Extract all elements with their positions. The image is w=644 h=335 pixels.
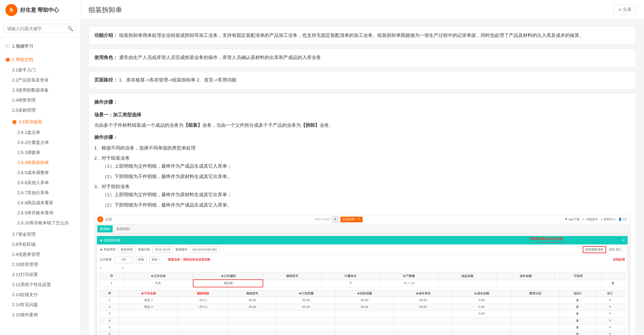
search-box: 🔍 xyxy=(4,24,76,33)
mock-arrow-1 xyxy=(536,242,563,242)
sidebar-item-payment[interactable]: 2.13在线支付 xyxy=(0,290,80,300)
app-name: 好生意 帮助中心 xyxy=(20,7,59,14)
sidebar-item-faq[interactable]: 2.14常见问题 xyxy=(0,300,80,310)
search-icon[interactable]: 🔍 xyxy=(67,26,73,31)
top-bar: 组装拆卸单 ↗ 分享 xyxy=(80,0,644,20)
mock-nav: 数据树 组装拆卸 xyxy=(95,224,630,234)
logo-icon: 6 xyxy=(5,4,17,16)
nav-section-docs: − 2.帮助文档 2.1新手入门 2.2产品安装及登录 2.3使用前数据准备 2… xyxy=(0,53,80,321)
mock-lower-table: 序 ★子件名称 规格明细 规格型号 ★计划用量 ★实际用量 ★成本单价 ★成本金… xyxy=(100,290,625,335)
ops-title: 操作步骤： xyxy=(94,98,630,106)
scenario1-title: 场景一：加工类型选择 xyxy=(94,111,630,119)
sidebar-item-newbie[interactable]: 2.1新手入门 xyxy=(0,65,80,75)
share-icon: ↗ xyxy=(618,7,622,12)
sidebar-item-other-out[interactable]: 2.6.7其他出库单 xyxy=(0,188,80,198)
path-label: 页面路径： 1、库存核算->库存管理->组装拆卸单 2、首页->常用功能 xyxy=(94,77,236,82)
nav-section-inventory: − 2.6库存核算 2.6.1盘点单 2.6.2分量盘点单 2.6.3调拨单 2… xyxy=(0,115,80,229)
sidebar-item-partial-stocktake[interactable]: 2.6.2分量盘点单 xyxy=(0,137,80,148)
role-block: 使用角色： 通常由生产人员或库管人员完成拆装业务的操作，库管人员确认原材料的出库… xyxy=(89,49,636,67)
mock-upper-table: 序 ★父件名称 ★父件编码 规格型号 计量单位 生产数量 成品金额 成本金额 可 xyxy=(100,273,625,287)
search-input[interactable] xyxy=(7,26,67,31)
sidebar-item-inventory[interactable]: − 2.6库存核算 xyxy=(0,117,80,127)
sidebar-item-transfer[interactable]: 2.6.3调拨单 xyxy=(0,148,80,158)
mock-logo: 6 xyxy=(97,216,103,222)
sidebar-item-cases[interactable]: 2.15操作案例 xyxy=(0,310,80,320)
sidebar-item-assembly[interactable]: 2.6.4组装拆卸单 xyxy=(0,158,80,168)
sidebar-item-sales[interactable]: 2.4销售管理 xyxy=(0,95,80,105)
search-area: 🔍 xyxy=(0,20,80,37)
step3-subs: （1）上部明细为父件明细，最终作为原材料生成其它出库单； （2）下部明细为子件明… xyxy=(94,191,630,209)
steps-list: 1、根据不同的业务，选择不同单据的类型来处理 2、对于组装业务 （1）上部明细为… xyxy=(94,144,630,209)
sidebar-item-customize[interactable]: 2.12系统个性化设置 xyxy=(0,280,80,290)
screenshot-container: 6 自营 TEST-H002 ▼ 同票新增一下 ⚑ App下载 ☆ 功能助手 ⊙… xyxy=(94,215,630,335)
sidebar-item-purchase[interactable]: 2.5采购管理 xyxy=(0,105,80,115)
content-area: 功能介绍： 组装拆卸单用来处理企业组装或拆卸等加工业务，支持有固定装配清单的产品… xyxy=(80,20,644,335)
logo-area: 6 好生意 帮助中心 xyxy=(0,0,80,20)
step3: 3、对于拆卸业务 （1）上部明细为父件明细，最终作为原材料生成其它出库单； （2… xyxy=(94,183,630,209)
nav-list: + 1.视频学习 − 2.帮助文档 2.1新手入门 2.2产品安装及登录 2.3… xyxy=(0,37,80,335)
sidebar-item-stocktake[interactable]: 2.6.1盘点单 xyxy=(0,127,80,137)
sidebar-item-finance[interactable]: 2.7资金管理 xyxy=(0,229,80,239)
minus-icon-inventory: − xyxy=(12,120,17,124)
sidebar-item-cost-adjust[interactable]: 2.6.5成本调整单 xyxy=(0,168,80,178)
mock-arrows-row: ↙ ↘ xyxy=(97,265,628,271)
step2: 2、对于组装业务 （1）上部明细为父件明细，最终作为产成品生成其它入库单； （2… xyxy=(94,154,630,181)
step2-sub2: （2）下部明细为子件明细，最终作为原材料生成其它出库单。 xyxy=(102,173,630,181)
scenario1-desc: 当由多个子件材料组装成一个成品的业务为【组装】业务，当由一个父件拆分成多个子产品… xyxy=(94,121,630,129)
sidebar-item-docs[interactable]: − 2.帮助文档 xyxy=(0,54,80,65)
sidebar-item-coupon[interactable]: 2.9优惠券管理 xyxy=(0,249,80,260)
sidebar-item-install[interactable]: 2.2产品安装及登录 xyxy=(0,75,80,85)
sidebar-item-videos[interactable]: + 1.视频学习 xyxy=(0,41,80,52)
func-intro-block: 功能介绍： 组装拆卸单用来处理企业组装或拆卸等加工业务，支持有固定装配清单的产品… xyxy=(89,26,636,45)
mock-annotation-2: 组装业务、拆卸业务在这里切换 xyxy=(168,257,210,262)
page-title: 组装拆卸单 xyxy=(89,5,122,14)
mock-upper-table-area: 序 ★父件名称 ★父件编码 规格型号 计量单位 生产数量 成品金额 成本金额 可 xyxy=(97,271,628,289)
step2-sub1: （1）上部明细为父件明细，最终作为产成品生成其它入库单； xyxy=(102,162,630,170)
ops-steps-title: 操作步骤： xyxy=(94,134,630,142)
ops-block: 操作步骤： 场景一：加工类型选择 当由多个子件材料组装成一个成品的业务为【组装】… xyxy=(89,93,636,335)
step2-subs: （1）上部明细为父件明细，最终作为产成品生成其它入库单； （2）下部明细为子件明… xyxy=(94,162,630,181)
mock-form-fields: ★ 单据类型 组装拆卸 单据日期 2019-12-26 集团编号 AD-2019… xyxy=(97,244,628,255)
mock-annotation-1: 有装配清单的在这里处理 xyxy=(530,236,563,241)
sidebar-item-ledger-fix[interactable]: 2.6.10库存账本错了怎么办 xyxy=(0,218,80,228)
path-block: 页面路径： 1、库存核算->库存管理->组装拆卸单 2、首页->常用功能 xyxy=(89,71,636,89)
mock-titlebar: 6 自营 TEST-H002 ▼ 同票新增一下 ⚑ App下载 ☆ 功能助手 ⊙… xyxy=(95,215,630,224)
mock-lower-table-area: 序 ★子件名称 规格明细 规格型号 ★计划用量 ★实际用量 ★成本单价 ★成本金… xyxy=(97,289,628,335)
mock-toggle-row: 父件数量 1件 组装 拆卸 组装业务、拆卸业务在这里切换 启用处理 xyxy=(97,255,628,265)
mock-content: 有装配清单的在这里处理 ★ 组装拆卸单 ✕ ★ 单据类型 组装拆卸 xyxy=(95,234,630,335)
role-label: 使用角色： 通常由生产人员或库管人员完成拆装业务的操作，库管人员确认原材料的出库… xyxy=(94,55,321,60)
plus-icon: + xyxy=(5,44,10,49)
sidebar: 6 好生意 帮助中心 🔍 + 1.视频学习 − 2.帮助文档 2.1新手入门 2… xyxy=(0,0,80,335)
sidebar-item-stock-ledger[interactable]: 2.6.9库存账本查询 xyxy=(0,208,80,218)
step1: 1、根据不同的业务，选择不同单据的类型来处理 xyxy=(94,144,630,152)
main-content: 组装拆卸单 ↗ 分享 功能介绍： 组装拆卸单用来处理企业组装或拆卸等加工业务，支… xyxy=(80,0,644,335)
func-intro-label: 功能介绍： 组装拆卸单用来处理企业组装或拆卸等加工业务，支持有固定装配清单的产品… xyxy=(94,33,584,38)
share-button[interactable]: ↗ 分享 xyxy=(613,5,636,15)
step3-sub2: （2）下部明细为子件明细，最终作为产成品生成其它入库单。 xyxy=(102,201,630,209)
nav-section-videos: + 1.视频学习 xyxy=(0,40,80,53)
sidebar-item-mobile[interactable]: 2.8手机旺铺 xyxy=(0,239,80,249)
minus-icon: − xyxy=(5,57,10,62)
sidebar-item-management[interactable]: 2.10经营管理 xyxy=(0,260,80,270)
mock-annotation-3: 启用处理 xyxy=(613,257,625,262)
mock-form-card: ★ 组装拆卸单 ✕ ★ 单据类型 组装拆卸 单据日期 2019-12-26 集团… xyxy=(97,236,628,335)
sidebar-item-other-in[interactable]: 2.6.6其他入库单 xyxy=(0,178,80,188)
sidebar-item-prepare[interactable]: 2.3使用前数据准备 xyxy=(0,85,80,95)
step3-sub1: （1）上部明细为父件明细，最终作为原材料生成其它出库单； xyxy=(102,191,630,199)
sidebar-item-print[interactable]: 2.11打印设置 xyxy=(0,270,80,280)
sidebar-item-cost-recalc[interactable]: 2.6.8商品成本重算 xyxy=(0,198,80,208)
